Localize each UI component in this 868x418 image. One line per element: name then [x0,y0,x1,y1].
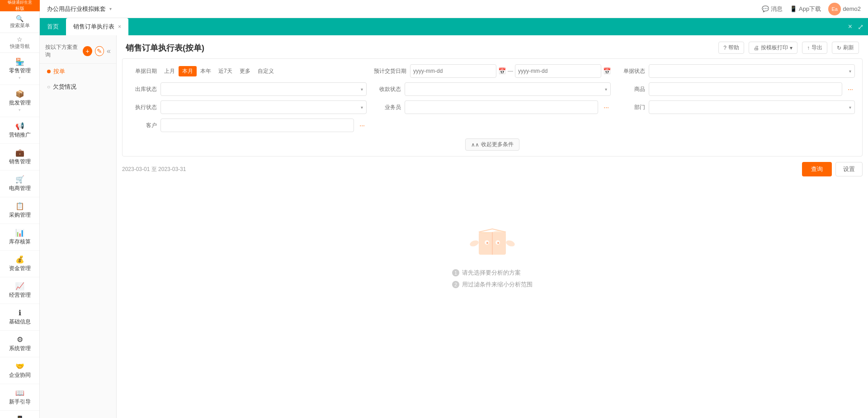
exec-status-select[interactable] [160,100,367,114]
tab-home[interactable]: 首页 [40,18,66,35]
sidebar-item-enterprise[interactable]: 🤝 企业协同 [0,357,39,384]
filter-collapse-row: ∧∧ 收起更多条件 [130,137,855,151]
help-btn[interactable]: ? 帮助 [718,42,744,54]
export-icon: ↑ [807,45,810,51]
stock-status-select-wrapper: ▾ [160,82,367,96]
content-body: 按以下方案查询 + ✎ « 按单 ○ 欠货情况 销售订单执行表(按单) [40,35,868,418]
filter-exec-status-row: 执行状态 ▾ [130,100,367,114]
scheme-edit-btn[interactable]: ✎ [95,46,104,56]
empty-svg [470,216,515,261]
sidebar-item-wholesale-mgmt[interactable]: 📦 批发管理 ▾ [0,85,39,117]
dept-select-wrapper: ▾ [649,100,855,114]
page-action-buttons: ? 帮助 🖨 按模板打印 ▾ ↑ 导出 ↻ 刷新 [718,42,859,54]
scheme-add-btn[interactable]: + [83,46,92,56]
message-icon: 💬 [762,5,769,12]
salesman-input[interactable] [405,100,598,114]
doc-status-select-wrapper: ▾ [649,64,855,78]
export-btn[interactable]: ↑ 导出 [802,42,827,54]
scheme-item-shortage[interactable]: ○ 欠货情况 [40,79,116,95]
page-header: 销售订单执行表(按单) ? 帮助 🖨 按模板打印 ▾ ↑ 导出 [117,35,868,58]
refresh-btn[interactable]: ↻ 刷新 [832,42,859,54]
download-icon: 📱 [790,5,797,12]
topbar-left: 办公用品行业模拟账套 ▾ [47,5,112,13]
tabs-right-controls: × ⤢ [847,22,868,32]
filter-customer-row: 客户 ··· [130,119,367,132]
sidebar-item-purchase[interactable]: 📋 采购管理 [0,197,39,224]
empty-tips: 1 请先选择要分析的方案 2 用过滤条件来缩小分析范围 [452,269,533,289]
date-label: 单据日期 [130,67,157,75]
date-btn-this-month[interactable]: 本月 [179,66,197,76]
collapse-icon: ∧∧ [471,142,479,148]
sidebar-item-finance[interactable]: 💰 资金管理 [0,251,39,277]
empty-tip-2: 2 用过滤条件来缩小分析范围 [452,280,533,289]
sidebar-item-app-center[interactable]: 📱 应用中心 [0,411,39,418]
filter-date-row: 单据日期 上月 本月 本年 近7天 更多 自定义 [130,66,367,76]
main-area: 办公用品行业模拟账套 ▾ 💬 消息 📱 App下载 Ea demo2 首页 [40,0,868,418]
payment-status-label: 收款状态 [374,86,401,93]
sidebar-item-newcomer[interactable]: 📖 新手引导 [0,384,39,411]
customer-more-icon[interactable]: ··· [358,122,367,129]
filter-dept-row: 部门 ▾ [618,100,855,114]
dept-select[interactable] [649,100,855,114]
salesman-more-icon[interactable]: ··· [602,104,611,111]
scheme-label: 按以下方案查询 [45,43,80,59]
tab-close-all-btn[interactable]: × [847,22,853,32]
sidebar-item-inventory[interactable]: 📊 库存核算 [0,224,39,251]
tabs-bar: 首页 销售订单执行表 × × ⤢ [40,18,868,35]
refresh-icon: ↻ [837,45,841,51]
payment-status-select[interactable] [405,82,611,96]
tab-sales-exec[interactable]: 销售订单执行表 × [66,18,128,35]
date-btn-last-month[interactable]: 上月 [160,66,179,76]
goods-input[interactable] [649,82,842,96]
customer-input[interactable] [160,119,354,132]
date-btn-custom[interactable]: 自定义 [254,66,278,76]
sidebar-item-ecommerce[interactable]: 🛒 电商管理 [0,171,39,197]
sidebar-logo[interactable]: 畅捷通好生意 标版 [0,0,40,11]
message-btn[interactable]: 💬 消息 [762,5,783,13]
search-btn[interactable]: 查询 [802,162,832,176]
sidebar-item-basic-info[interactable]: ℹ 基础信息 [0,304,39,331]
sidebar-item-sales-mgmt[interactable]: 💼 销售管理 [0,144,39,171]
scheme-active-dot [47,70,51,73]
tip-number-2: 2 [452,281,459,288]
svg-point-4 [486,242,488,244]
scheme-item-by-order[interactable]: 按单 [40,64,116,79]
sidebar-item-search-menu[interactable]: 🔍 搜索菜单 [0,11,39,33]
salesman-label: 业务员 [374,104,401,111]
filter-stock-status-row: 出库状态 ▾ [130,82,367,96]
app-download-btn[interactable]: 📱 App下载 [790,5,821,13]
help-icon: ? [723,45,726,51]
expected-date-to[interactable] [515,64,601,78]
user-avatar-btn[interactable]: Ea demo2 [828,3,861,15]
sidebar-item-system[interactable]: ⚙ 系统管理 [0,331,39,357]
settings-btn[interactable]: 设置 [835,162,863,176]
calendar-to-icon[interactable]: 📅 [603,67,611,75]
date-btn-7days[interactable]: 近7天 [215,66,236,76]
calendar-from-icon[interactable]: 📅 [498,67,506,75]
sidebar-item-marketing[interactable]: 📢 营销推广 [0,117,39,144]
tab-expand-btn[interactable]: ⤢ [857,22,864,32]
tab-close-icon[interactable]: × [118,24,121,30]
expected-date-from[interactable] [410,64,496,78]
goods-more-icon[interactable]: ··· [846,86,855,93]
sidebar-item-quick-nav[interactable]: ☆ 快捷导航 [0,33,39,53]
stock-status-select[interactable] [160,82,367,96]
payment-status-select-wrapper: ▾ [405,82,611,96]
doc-status-select[interactable] [649,64,855,78]
filter-sub-bar: 2023-03-01 至 2023-03-31 查询 设置 [117,162,868,176]
stock-status-label: 出库状态 [130,86,157,93]
topbar-dropdown-icon[interactable]: ▾ [109,6,112,11]
goods-label: 商品 [618,86,645,93]
scheme-collapse-btn[interactable]: « [107,47,111,55]
topbar-title: 办公用品行业模拟账套 [47,5,106,13]
sidebar-item-retail-mgmt[interactable]: 🏪 零售管理 ▾ [0,53,39,85]
filter-area: 单据日期 上月 本月 本年 近7天 更多 自定义 预计交货日期 [122,58,863,157]
date-btn-more[interactable]: 更多 [236,66,254,76]
filter-goods-row: 商品 ··· [618,82,855,96]
collapse-btn[interactable]: ∧∧ 收起更多条件 [465,138,519,151]
date-btn-this-year[interactable]: 本年 [197,66,215,76]
dept-label: 部门 [618,104,645,111]
print-btn[interactable]: 🖨 按模板打印 ▾ [749,42,797,54]
filter-salesman-row: 业务员 ··· [374,100,611,114]
sidebar-item-operations[interactable]: 📈 经营管理 [0,277,39,304]
